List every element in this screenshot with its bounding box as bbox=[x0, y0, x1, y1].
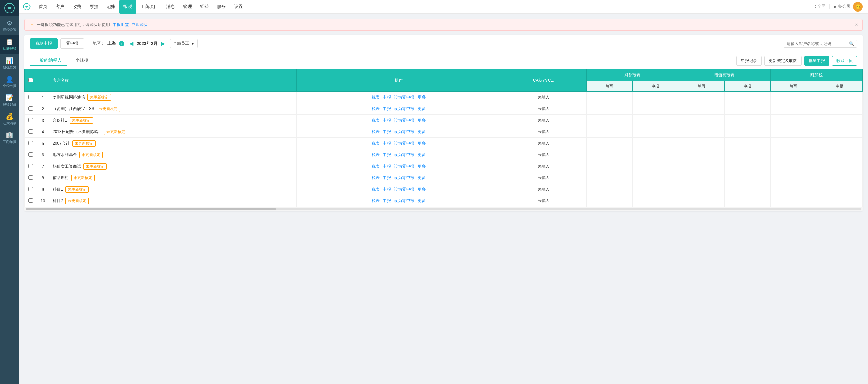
horizontal-scrollbar[interactable] bbox=[24, 207, 863, 211]
tab-small-scale[interactable]: 小规模 bbox=[70, 55, 94, 66]
action-0-0[interactable]: 税表 bbox=[372, 95, 380, 100]
btn-update-fetch[interactable]: 更新统定及取数 bbox=[764, 56, 802, 66]
row-taxFill-2: —— bbox=[678, 115, 725, 126]
row-checkbox-0[interactable] bbox=[28, 95, 33, 99]
row-number-1: 2 bbox=[37, 103, 49, 115]
tab-general-taxpayer[interactable]: 一般的纳税人 bbox=[30, 55, 67, 66]
action-4-2[interactable]: 设为零申报 bbox=[394, 141, 414, 146]
user-avatar[interactable]: 😊 bbox=[853, 2, 863, 12]
row-checkbox-5[interactable] bbox=[28, 152, 33, 157]
action-9-2[interactable]: 设为零申报 bbox=[394, 198, 414, 203]
search-input[interactable] bbox=[787, 41, 848, 46]
btn-declaration-records[interactable]: 申报记录 bbox=[736, 56, 762, 66]
action-8-1[interactable]: 申报 bbox=[383, 187, 391, 192]
row-checkbox-1[interactable] bbox=[28, 106, 33, 111]
fullscreen-button[interactable]: ⛶ 全屏 bbox=[812, 4, 825, 9]
nav-settings[interactable]: 设置 bbox=[230, 0, 247, 14]
action-6-3[interactable]: 更多 bbox=[418, 164, 426, 169]
alert-link-declaration[interactable]: 申报汇签 bbox=[113, 22, 129, 28]
row-finFill-2: —— bbox=[586, 115, 632, 126]
action-9-3[interactable]: 更多 bbox=[418, 198, 426, 203]
action-6-1[interactable]: 申报 bbox=[383, 164, 391, 169]
row-checkbox-6[interactable] bbox=[28, 164, 33, 168]
action-2-2[interactable]: 设为零申报 bbox=[394, 118, 414, 123]
sidebar-item-annual-settlement[interactable]: 💰 汇算清缴 bbox=[0, 109, 19, 128]
action-4-0[interactable]: 税表 bbox=[372, 141, 380, 146]
row-taxFill-8: —— bbox=[678, 184, 725, 195]
action-3-2[interactable]: 设为零申报 bbox=[394, 129, 414, 134]
action-7-0[interactable]: 税表 bbox=[372, 175, 380, 180]
alert-link-buy[interactable]: 立即购买 bbox=[132, 22, 148, 28]
action-0-1[interactable]: 申报 bbox=[383, 95, 391, 100]
action-8-2[interactable]: 设为零申报 bbox=[394, 187, 414, 192]
action-3-3[interactable]: 更多 bbox=[418, 129, 426, 134]
nav-customer[interactable]: 客户 bbox=[52, 0, 68, 14]
action-3-0[interactable]: 税表 bbox=[372, 129, 380, 134]
row-addFill-2: —— bbox=[770, 115, 816, 126]
action-6-2[interactable]: 设为零申报 bbox=[394, 164, 414, 169]
employee-filter[interactable]: 全部员工 ▼ bbox=[170, 39, 198, 48]
sidebar-item-business-annual[interactable]: 🏢 工商年报 bbox=[0, 128, 19, 147]
nav-bookkeeping[interactable]: 记账 bbox=[102, 0, 119, 14]
nav-tax[interactable]: 报税 bbox=[119, 0, 136, 14]
action-1-3[interactable]: 更多 bbox=[418, 106, 426, 111]
btn-collect-receipt[interactable]: 收取回执 bbox=[832, 56, 857, 66]
action-9-0[interactable]: 税表 bbox=[372, 198, 380, 203]
action-8-3[interactable]: 更多 bbox=[418, 187, 426, 192]
action-1-0[interactable]: 税表 bbox=[372, 106, 380, 111]
alert-close-button[interactable]: × bbox=[855, 22, 858, 28]
sidebar-item-individual-tax[interactable]: 👤 个税申报 bbox=[0, 72, 19, 91]
date-next-button[interactable]: ▶ bbox=[159, 40, 167, 48]
action-2-0[interactable]: 税表 bbox=[372, 118, 380, 123]
row-checkbox-7[interactable] bbox=[28, 175, 33, 180]
action-7-1[interactable]: 申报 bbox=[383, 175, 391, 180]
btn-batch-declare[interactable]: 批量申报 bbox=[804, 56, 829, 66]
row-checkbox-4[interactable] bbox=[28, 141, 33, 145]
row-checkbox-2[interactable] bbox=[28, 118, 33, 122]
action-7-3[interactable]: 更多 bbox=[418, 175, 426, 180]
action-1-1[interactable]: 申报 bbox=[383, 106, 391, 111]
action-0-3[interactable]: 更多 bbox=[418, 95, 426, 100]
action-1-2[interactable]: 设为零申报 bbox=[394, 106, 414, 111]
action-5-3[interactable]: 更多 bbox=[418, 152, 426, 157]
tab-zero-declaration[interactable]: 零申报 bbox=[60, 38, 84, 49]
search-icon[interactable]: 🔍 bbox=[849, 41, 854, 46]
row-taxFill-4: —— bbox=[678, 138, 725, 149]
sidebar-item-tax-settings[interactable]: ⚙ 报税设置 bbox=[0, 16, 19, 35]
row-taxReport-0: —— bbox=[724, 92, 770, 103]
row-ca-4: 未填入 bbox=[501, 138, 586, 149]
nav-home[interactable]: 首页 bbox=[35, 0, 52, 14]
nav-messages[interactable]: 消息 bbox=[162, 0, 179, 14]
nav-services[interactable]: 服务 bbox=[213, 0, 230, 14]
select-all-checkbox[interactable] bbox=[28, 78, 33, 82]
sidebar-item-tax-overview[interactable]: 📊 报税总览 bbox=[0, 54, 19, 72]
row-checkbox-8[interactable] bbox=[28, 187, 33, 191]
nav-manage[interactable]: 管理 bbox=[179, 0, 196, 14]
action-4-3[interactable]: 更多 bbox=[418, 141, 426, 146]
action-5-0[interactable]: 税表 bbox=[372, 152, 380, 157]
nav-operations[interactable]: 经营 bbox=[196, 0, 213, 14]
action-5-2[interactable]: 设为零申报 bbox=[394, 152, 414, 157]
member-button[interactable]: ▶ 畅会员 bbox=[834, 4, 850, 9]
date-prev-button[interactable]: ◀ bbox=[127, 40, 135, 48]
action-9-1[interactable]: 申报 bbox=[383, 198, 391, 203]
sidebar-item-tax-records[interactable]: 📝 报税记录 bbox=[0, 91, 19, 109]
action-5-1[interactable]: 申报 bbox=[383, 152, 391, 157]
action-8-0[interactable]: 税表 bbox=[372, 187, 380, 192]
action-4-1[interactable]: 申报 bbox=[383, 141, 391, 146]
tab-tax-declaration[interactable]: 税款申报 bbox=[30, 38, 58, 49]
action-3-1[interactable]: 申报 bbox=[383, 129, 391, 134]
action-2-3[interactable]: 更多 bbox=[418, 118, 426, 123]
row-checkbox-3[interactable] bbox=[28, 129, 33, 134]
region-info-icon[interactable]: i bbox=[119, 41, 124, 46]
alert-icon: ⚠ bbox=[30, 23, 34, 27]
action-0-2[interactable]: 设为零申报 bbox=[394, 95, 414, 100]
nav-billing[interactable]: 收费 bbox=[68, 0, 85, 14]
action-6-0[interactable]: 税表 bbox=[372, 164, 380, 169]
row-checkbox-9[interactable] bbox=[28, 198, 33, 203]
action-7-2[interactable]: 设为零申报 bbox=[394, 175, 414, 180]
nav-business[interactable]: 工商项目 bbox=[136, 0, 162, 14]
nav-invoice[interactable]: 票据 bbox=[85, 0, 102, 14]
sidebar-item-batch-tax[interactable]: 📋 批量报税 bbox=[0, 35, 19, 54]
action-2-1[interactable]: 申报 bbox=[383, 118, 391, 123]
